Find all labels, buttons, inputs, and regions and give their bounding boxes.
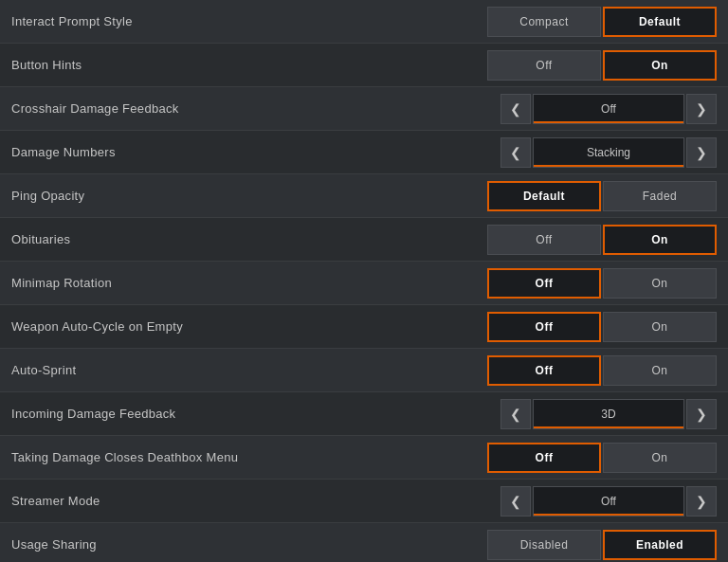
value-crosshair-damage-feedback: Off (533, 94, 684, 124)
left-arrow-damage-numbers[interactable]: ❮ (500, 137, 531, 168)
setting-row-obituaries: ObituariesOffOn (0, 218, 728, 262)
controls-taking-damage-closes-deathbox: OffOn (487, 443, 717, 473)
label-button-hints: Button Hints (11, 58, 82, 72)
btn-pair-ping-opacity: DefaultFaded (487, 181, 717, 211)
setting-row-minimap-rotation: Minimap RotationOffOn (0, 262, 728, 305)
controls-weapon-auto-cycle: OffOn (487, 312, 717, 342)
btn-pair-button-hints: OffOn (487, 50, 717, 81)
setting-row-interact-prompt-style: Interact Prompt StyleCompactDefault (0, 0, 728, 44)
setting-row-ping-opacity: Ping OpacityDefaultFaded (0, 174, 728, 218)
btn-interact-prompt-style-compact[interactable]: Compact (487, 7, 601, 37)
setting-row-taking-damage-closes-deathbox: Taking Damage Closes Deathbox MenuOffOn (0, 436, 728, 480)
controls-ping-opacity: DefaultFaded (487, 181, 717, 211)
btn-usage-sharing-enabled[interactable]: Enabled (603, 530, 717, 560)
btn-taking-damage-closes-deathbox-off[interactable]: Off (487, 443, 601, 473)
setting-row-usage-sharing: Usage SharingDisabledEnabled (0, 523, 728, 562)
btn-minimap-rotation-on[interactable]: On (603, 268, 717, 299)
setting-row-incoming-damage-feedback: Incoming Damage Feedback❮3D❯ (0, 392, 728, 436)
label-auto-sprint: Auto-Sprint (11, 363, 76, 377)
controls-button-hints: OffOn (487, 50, 717, 81)
label-obituaries: Obituaries (11, 232, 70, 246)
label-damage-numbers: Damage Numbers (11, 145, 116, 159)
controls-incoming-damage-feedback: ❮3D❯ (500, 399, 717, 429)
controls-interact-prompt-style: CompactDefault (487, 7, 717, 37)
label-crosshair-damage-feedback: Crosshair Damage Feedback (11, 101, 179, 116)
btn-interact-prompt-style-default[interactable]: Default (603, 7, 717, 37)
label-streamer-mode: Streamer Mode (11, 494, 100, 508)
controls-crosshair-damage-feedback: ❮Off❯ (500, 94, 717, 124)
slider-streamer-mode: ❮Off❯ (500, 486, 717, 517)
label-ping-opacity: Ping Opacity (11, 189, 84, 203)
left-arrow-streamer-mode[interactable]: ❮ (500, 486, 531, 517)
label-weapon-auto-cycle: Weapon Auto-Cycle on Empty (11, 319, 183, 334)
setting-row-streamer-mode: Streamer Mode❮Off❯ (0, 480, 728, 523)
settings-panel: Interact Prompt StyleCompactDefaultButto… (0, 0, 728, 562)
btn-weapon-auto-cycle-on[interactable]: On (603, 312, 717, 342)
right-arrow-incoming-damage-feedback[interactable]: ❯ (686, 399, 717, 429)
label-taking-damage-closes-deathbox: Taking Damage Closes Deathbox Menu (11, 450, 238, 464)
right-arrow-streamer-mode[interactable]: ❯ (686, 486, 717, 517)
label-minimap-rotation: Minimap Rotation (11, 276, 112, 290)
label-interact-prompt-style: Interact Prompt Style (11, 14, 133, 28)
btn-pair-minimap-rotation: OffOn (487, 268, 717, 299)
btn-weapon-auto-cycle-off[interactable]: Off (487, 312, 601, 342)
btn-auto-sprint-on[interactable]: On (603, 355, 717, 386)
btn-button-hints-off[interactable]: Off (487, 50, 601, 81)
left-arrow-incoming-damage-feedback[interactable]: ❮ (500, 399, 531, 429)
btn-ping-opacity-default[interactable]: Default (487, 181, 601, 211)
setting-row-auto-sprint: Auto-SprintOffOn (0, 349, 728, 392)
controls-minimap-rotation: OffOn (487, 268, 717, 299)
value-damage-numbers: Stacking (533, 137, 684, 168)
btn-minimap-rotation-off[interactable]: Off (487, 268, 601, 299)
right-arrow-crosshair-damage-feedback[interactable]: ❯ (686, 94, 717, 124)
slider-damage-numbers: ❮Stacking❯ (500, 137, 717, 168)
value-streamer-mode: Off (533, 486, 684, 517)
controls-damage-numbers: ❮Stacking❯ (500, 137, 717, 168)
btn-obituaries-off[interactable]: Off (487, 225, 601, 255)
slider-crosshair-damage-feedback: ❮Off❯ (500, 94, 717, 124)
setting-row-button-hints: Button HintsOffOn (0, 44, 728, 87)
label-incoming-damage-feedback: Incoming Damage Feedback (11, 407, 175, 421)
btn-usage-sharing-disabled[interactable]: Disabled (487, 530, 601, 560)
btn-pair-weapon-auto-cycle: OffOn (487, 312, 717, 342)
setting-row-crosshair-damage-feedback: Crosshair Damage Feedback❮Off❯ (0, 87, 728, 131)
controls-streamer-mode: ❮Off❯ (500, 486, 717, 517)
setting-row-damage-numbers: Damage Numbers❮Stacking❯ (0, 131, 728, 174)
btn-pair-auto-sprint: OffOn (487, 355, 717, 386)
btn-ping-opacity-faded[interactable]: Faded (603, 181, 717, 211)
label-usage-sharing: Usage Sharing (11, 537, 97, 552)
controls-auto-sprint: OffOn (487, 355, 717, 386)
btn-pair-obituaries: OffOn (487, 225, 717, 255)
controls-obituaries: OffOn (487, 225, 717, 255)
btn-obituaries-on[interactable]: On (603, 225, 717, 255)
btn-taking-damage-closes-deathbox-on[interactable]: On (603, 443, 717, 473)
slider-incoming-damage-feedback: ❮3D❯ (500, 399, 717, 429)
btn-auto-sprint-off[interactable]: Off (487, 355, 601, 386)
value-incoming-damage-feedback: 3D (533, 399, 684, 429)
btn-pair-interact-prompt-style: CompactDefault (487, 7, 717, 37)
btn-pair-usage-sharing: DisabledEnabled (487, 530, 717, 560)
btn-button-hints-on[interactable]: On (603, 50, 717, 81)
btn-pair-taking-damage-closes-deathbox: OffOn (487, 443, 717, 473)
setting-row-weapon-auto-cycle: Weapon Auto-Cycle on EmptyOffOn (0, 305, 728, 349)
left-arrow-crosshair-damage-feedback[interactable]: ❮ (500, 94, 531, 124)
right-arrow-damage-numbers[interactable]: ❯ (686, 137, 717, 168)
controls-usage-sharing: DisabledEnabled (487, 530, 717, 560)
